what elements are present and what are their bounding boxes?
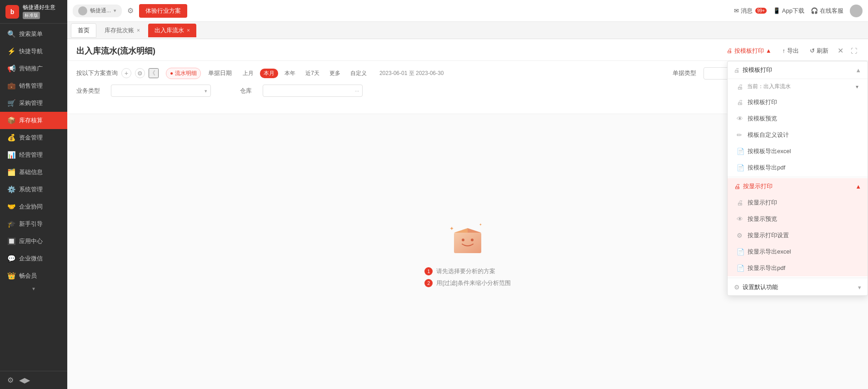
user-chevron-icon: ▾ (114, 8, 116, 14)
template-print-item-label: 按模板打印 (748, 98, 777, 106)
date-option-this-month[interactable]: 本月 (260, 69, 278, 78)
nav-icon-sales: 💼 (7, 82, 15, 90)
warehouse-more-icon[interactable]: ··· (355, 88, 359, 94)
display-print-item-icon: 🖨 (737, 199, 744, 206)
app-download-btn[interactable]: 📱 App下载 (773, 7, 804, 15)
dropdown-current-item: 🖨 当前：出入库流水 ▾ (728, 79, 868, 94)
nav-label-basic: 基础信息 (19, 168, 43, 176)
template-excel-label: 按模板导出excel (748, 147, 791, 155)
display-section-chevron-icon: ▲ (855, 183, 861, 190)
dropdown-item-template-custom[interactable]: ✏ 模板自定义设计 (728, 127, 868, 143)
sidebar-item-inventory[interactable]: 📦库存核算 (0, 112, 67, 129)
sidebar-item-wechat[interactable]: 💬企业微信 (0, 250, 67, 267)
dropdown-item-template-preview[interactable]: 👁 按模板预览 (728, 110, 868, 127)
page-close-icon[interactable]: ✕ (836, 45, 845, 57)
tab-batch-close-icon[interactable]: × (137, 27, 140, 34)
sidebar-item-marketing[interactable]: 📢营销推广 (0, 60, 67, 77)
tab-in-out-close-icon[interactable]: × (187, 27, 190, 34)
dropdown-item-template-pdf[interactable]: 📄 按模板导出pdf (728, 160, 868, 176)
template-pdf-icon: 📄 (737, 164, 744, 171)
nav-label-search: 搜索菜单 (19, 30, 43, 38)
logo-icon: b (5, 5, 19, 19)
settings-icon[interactable]: ⚙ (7, 376, 14, 384)
settings-filter-btn[interactable]: ⚙ (135, 68, 145, 78)
sidebar-item-purchase[interactable]: 🛒采购管理 (0, 95, 67, 112)
add-filter-btn[interactable]: + (121, 68, 131, 78)
template-pdf-label: 按模板导出pdf (748, 164, 785, 172)
template-print-btn[interactable]: 🖨 按模板打印 ▲ (723, 45, 775, 57)
sidebar-item-collab[interactable]: 🤝企业协同 (0, 198, 67, 215)
tab-in-out-flow-label: 出入库流水 (155, 26, 184, 35)
warehouse-input[interactable] (263, 85, 363, 97)
sidebar-item-finance[interactable]: 💰资金管理 (0, 129, 67, 146)
sidebar-item-apps[interactable]: 🔲应用中心 (0, 233, 67, 250)
collapse-icon[interactable]: ◀▶ (19, 376, 30, 384)
online-service-btn[interactable]: 🎧 在线客服 (811, 7, 843, 15)
date-option-more[interactable]: 更多 (326, 69, 344, 78)
dropdown-item-display-excel[interactable]: 📄 按显示导出excel (728, 244, 868, 260)
sidebar-nav: 🔍搜索菜单⚡快捷导航📢营销推广💼销售管理🛒采购管理📦库存核算💰资金管理📊经营管理… (0, 24, 67, 371)
filter-tag[interactable]: ● 流水明细 (166, 68, 201, 79)
dropdown-item-display-pdf[interactable]: 📄 按显示导出pdf (728, 260, 868, 276)
refresh-label: 刷新 (817, 47, 828, 55)
dropdown-item-display-preview[interactable]: 👁 按显示预览 (728, 211, 868, 227)
set-default-section-header[interactable]: ⚙ 设置默认功能 ▾ (728, 279, 868, 295)
template-custom-icon: ✏ (737, 131, 744, 139)
template-preview-label: 按模板预览 (748, 115, 777, 123)
display-pdf-label: 按显示导出pdf (748, 264, 785, 272)
dropdown-collapse-icon[interactable]: ▲ (855, 67, 861, 74)
sidebar-item-system[interactable]: ⚙️系统管理 (0, 181, 67, 198)
topbar-gear-icon[interactable]: ⚙ (125, 6, 135, 15)
current-chevron-icon: ▾ (856, 84, 858, 90)
tab-home[interactable]: 首页 (71, 23, 96, 38)
message-btn[interactable]: ✉ 消息 99+ (734, 7, 767, 15)
scroll-down-icon[interactable]: ▼ (31, 286, 36, 291)
refresh-btn[interactable]: ↺ 刷新 (806, 45, 832, 57)
sidebar-item-operations[interactable]: 📊经营管理 (0, 146, 67, 164)
sidebar-logo: b 畅捷通好生意 标准版 (0, 0, 67, 24)
dropdown-item-display-print[interactable]: 🖨 按显示打印 (728, 194, 868, 211)
dropdown-header: 🖨 按模板打印 ▲ (728, 61, 868, 79)
sidebar-item-guide[interactable]: 🎓新手引导 (0, 215, 67, 233)
logo-text-area: 畅捷通好生意 标准版 (23, 4, 55, 20)
nav-icon-system: ⚙️ (7, 185, 15, 194)
dropdown-item-template-excel[interactable]: 📄 按模板导出excel (728, 143, 868, 160)
sidebar-item-basic[interactable]: 🗂️基础信息 (0, 164, 67, 181)
dropdown-panel: 🖨 按模板打印 ▲ 🖨 当前：出入库流水 ▾ 🖨 按模板打印 👁 (727, 61, 868, 296)
filter-actions: 按以下方案查询 + ⚙ 《 (76, 68, 159, 78)
tabbar: 首页 库存批次账 × 出入库流水 × (67, 22, 868, 39)
message-icon: ✉ (734, 7, 739, 14)
user-avatar (78, 6, 87, 15)
doc-type-label: 单据类型 (673, 69, 696, 77)
tab-in-out-flow[interactable]: 出入库流水 × (148, 24, 196, 37)
empty-illustration: ✦ ✦ (445, 214, 490, 260)
display-settings-label: 按显示打印设置 (748, 231, 789, 239)
message-badge: 99+ (755, 8, 767, 14)
date-option-7days[interactable]: 近7天 (302, 69, 323, 78)
sidebar-item-sales[interactable]: 💼销售管理 (0, 77, 67, 95)
user-selector[interactable]: 畅捷通... ▾ (73, 5, 122, 17)
tab-batch-account[interactable]: 库存批次账 × (98, 24, 146, 37)
date-option-custom[interactable]: 自定义 (347, 69, 370, 78)
step1-text: 请先选择要分析的方案 (436, 265, 495, 277)
biz-type-select-wrap: ▾ (111, 85, 211, 97)
biz-type-select[interactable] (111, 85, 211, 97)
nav-icon-finance: 💰 (7, 134, 15, 142)
sidebar-item-search[interactable]: 🔍搜索菜单 (0, 25, 67, 43)
date-option-this-year[interactable]: 本年 (281, 69, 299, 78)
export-label: 导出 (787, 47, 799, 55)
page-expand-icon[interactable]: ⛶ (849, 45, 859, 56)
dropdown-item-display-settings[interactable]: ⚙ 按显示打印设置 (728, 227, 868, 244)
sidebar-item-quick-nav[interactable]: ⚡快捷导航 (0, 43, 67, 60)
date-option-prev-month[interactable]: 上月 (239, 69, 257, 78)
step-1: 1 请先选择要分析的方案 (424, 265, 510, 277)
topbar-avatar[interactable] (850, 5, 863, 17)
collapse-filter-btn[interactable]: 《 (149, 68, 159, 78)
dropdown-item-template-print[interactable]: 🖨 按模板打印 (728, 94, 868, 110)
trial-btn[interactable]: 体验行业方案 (139, 4, 187, 18)
sidebar-item-member[interactable]: 👑畅会员 (0, 267, 67, 284)
export-btn[interactable]: ↑ 导出 (779, 45, 803, 57)
display-print-section-header[interactable]: 🖨 按显示打印 ▲ (728, 178, 868, 194)
template-print-item-icon: 🖨 (737, 99, 744, 106)
company-name: 畅捷通好生意 (23, 4, 55, 11)
